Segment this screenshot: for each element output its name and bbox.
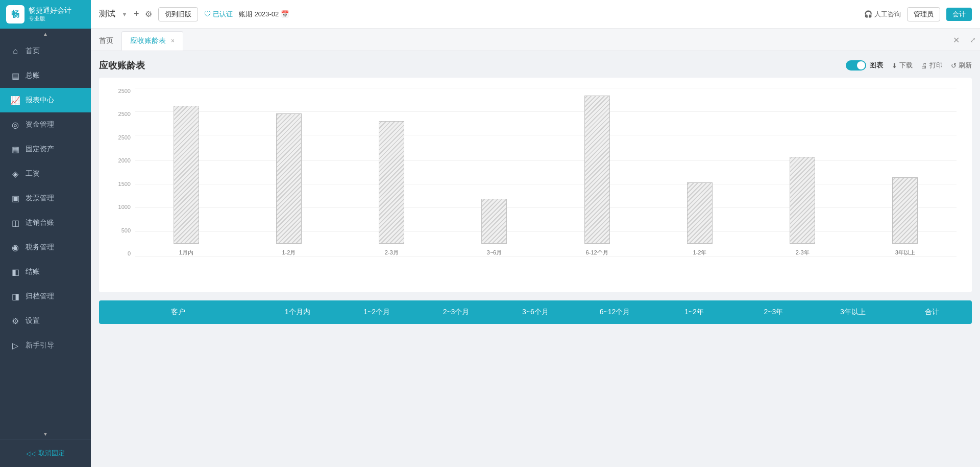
download-icon: ⬇	[892, 62, 897, 69]
sidebar-scroll-down[interactable]: ▼	[0, 429, 91, 439]
bar-label-2-3month: 2-3月	[385, 249, 399, 256]
print-button[interactable]: 🖨 打印	[921, 61, 943, 70]
refresh-button[interactable]: ↺ 刷新	[951, 61, 972, 70]
settings-button[interactable]: ⚙	[145, 9, 152, 19]
download-button[interactable]: ⬇ 下载	[892, 61, 913, 70]
sidebar: 畅 畅捷通好会计 专业版 ▲ ⌂ 首页 ▤ 总账 📈 报表中心 ◎ 资金管理 ▦…	[0, 0, 91, 467]
tab-accounts-aging[interactable]: 应收账龄表 ×	[121, 31, 183, 51]
sidebar-item-settings[interactable]: ⚙ 设置	[0, 309, 91, 333]
chart-toggle[interactable]	[846, 60, 866, 71]
bar-3year-plus	[892, 177, 918, 244]
assets-icon: ▦	[10, 145, 20, 154]
sidebar-item-archive-label: 归档管理	[26, 292, 54, 301]
bar-1-2month	[276, 113, 302, 244]
sidebar-item-reports[interactable]: 📈 报表中心	[0, 88, 91, 112]
th-1-2month: 1~2个月	[337, 300, 416, 324]
reports-icon: 📈	[10, 96, 20, 105]
tab-aging-label: 应收账龄表	[130, 36, 166, 45]
manager-button[interactable]: 管理员	[907, 7, 940, 21]
bar-group-1month: 1月内	[135, 106, 237, 256]
sidebar-item-sales[interactable]: ◫ 进销台账	[0, 211, 91, 235]
topbar: 测试 ▼ + ⚙ 切到旧版 🛡 已认证 账期 2023-02 📅 🎧 人工咨询 …	[91, 0, 980, 29]
th-3year-plus: 3年以上	[813, 300, 892, 324]
headset-icon: 🎧	[864, 10, 872, 18]
sidebar-item-tax[interactable]: ◉ 税务管理	[0, 235, 91, 260]
calendar-icon[interactable]: 📅	[281, 10, 289, 18]
sidebar-item-archive[interactable]: ◨ 归档管理	[0, 284, 91, 309]
sidebar-item-assets-label: 固定资产	[26, 145, 54, 154]
sidebar-item-home[interactable]: ⌂ 首页	[0, 39, 91, 63]
bar-label-3year-plus: 3年以上	[895, 249, 915, 256]
tab-close-icon[interactable]: ×	[171, 37, 175, 44]
sales-icon: ◫	[10, 218, 20, 228]
y-label-2000: 2000	[118, 157, 131, 164]
guide-icon: ▷	[10, 341, 20, 351]
chart-toggle-label: 图表	[869, 61, 884, 70]
company-dropdown-icon[interactable]: ▼	[121, 11, 128, 18]
y-label-2500c: 2500	[118, 134, 131, 141]
funds-icon: ◎	[10, 120, 20, 130]
th-1-2year: 1~2年	[654, 300, 733, 324]
bar-group-6-12month: 6-12个月	[546, 96, 648, 256]
y-label-2500a: 2500	[118, 88, 131, 94]
sidebar-item-reports-label: 报表中心	[26, 96, 54, 105]
tabbar-close-button[interactable]: ✕	[953, 35, 960, 44]
sidebar-item-assets[interactable]: ▦ 固定资产	[0, 137, 91, 161]
sidebar-item-general-ledger[interactable]: ▤ 总账	[0, 63, 91, 88]
th-2-3year: 2~3年	[734, 300, 813, 324]
main-area: 测试 ▼ + ⚙ 切到旧版 🛡 已认证 账期 2023-02 📅 🎧 人工咨询 …	[91, 0, 980, 467]
tab-home[interactable]: 首页	[91, 31, 121, 51]
cancel-fixed-button[interactable]: ◁◁ 取消固定	[0, 445, 91, 462]
sidebar-item-close[interactable]: ◧ 结账	[0, 260, 91, 284]
bar-6-12month	[584, 96, 610, 244]
period-display: 账期 2023-02 📅	[239, 10, 289, 19]
close-accounts-icon: ◧	[10, 267, 20, 277]
cancel-fixed-label: 取消固定	[38, 449, 65, 458]
refresh-icon: ↺	[951, 62, 957, 69]
archive-icon: ◨	[10, 292, 20, 301]
period-value: 2023-02	[254, 10, 279, 18]
bar-group-1-2month: 1-2月	[237, 113, 340, 256]
bar-label-1month: 1月内	[179, 249, 193, 256]
period-label: 账期	[239, 10, 252, 19]
page-header: 应收账龄表 图表 ⬇ 下载 🖨 打印 ↺ 刷新	[99, 59, 972, 72]
wages-icon: ◈	[10, 169, 20, 179]
chart-container: 2500 2500 2500 2000 1500 1000 500 0	[99, 78, 972, 292]
bar-1month	[174, 106, 199, 244]
y-axis: 2500 2500 2500 2000 1500 1000 500 0	[109, 88, 135, 256]
settings-icon: ⚙	[10, 316, 20, 326]
tabbar-expand-button[interactable]: ⤢	[970, 36, 976, 44]
sidebar-item-wages[interactable]: ◈ 工资	[0, 161, 91, 186]
sidebar-item-close-label: 结账	[26, 267, 40, 276]
grid-line-bottom	[135, 256, 957, 257]
page-title: 应收账龄表	[99, 59, 145, 72]
y-label-2500b: 2500	[118, 111, 131, 117]
sidebar-item-ledger-label: 总账	[26, 71, 40, 80]
sidebar-item-invoices[interactable]: ▣ 发票管理	[0, 186, 91, 211]
accounting-button[interactable]: 会计	[946, 8, 972, 21]
chart-toggle-wrap: 图表	[846, 60, 884, 71]
th-1month: 1个月内	[258, 300, 337, 324]
sidebar-scroll-up[interactable]: ▲	[0, 29, 91, 39]
th-2-3month: 2~3个月	[416, 300, 496, 324]
page-actions: 图表 ⬇ 下载 🖨 打印 ↺ 刷新	[846, 60, 972, 71]
bar-label-3-6month: 3~6月	[487, 249, 502, 256]
bar-1-2year	[687, 182, 713, 244]
sidebar-item-funds[interactable]: ◎ 资金管理	[0, 112, 91, 137]
old-version-button[interactable]: 切到旧版	[158, 7, 198, 21]
sidebar-item-guide[interactable]: ▷ 新手引导	[0, 333, 91, 358]
bar-label-6-12month: 6-12个月	[586, 249, 608, 256]
y-label-1000: 1000	[118, 204, 131, 210]
ledger-icon: ▤	[10, 71, 20, 81]
tax-icon: ◉	[10, 243, 20, 252]
bar-label-1-2month: 1-2月	[282, 249, 296, 256]
th-3-6month: 3~6个月	[496, 300, 575, 324]
add-company-button[interactable]: +	[134, 9, 139, 19]
y-label-1500: 1500	[118, 181, 131, 187]
bars-area: 1月内 1-2月 2-3月 3~6月	[135, 88, 957, 256]
consult-button[interactable]: 🎧 人工咨询	[864, 10, 901, 19]
content-area: 应收账龄表 图表 ⬇ 下载 🖨 打印 ↺ 刷新	[91, 51, 980, 467]
bar-group-3year-plus: 3年以上	[854, 177, 957, 256]
print-icon: 🖨	[921, 62, 927, 69]
y-label-0: 0	[128, 250, 131, 256]
